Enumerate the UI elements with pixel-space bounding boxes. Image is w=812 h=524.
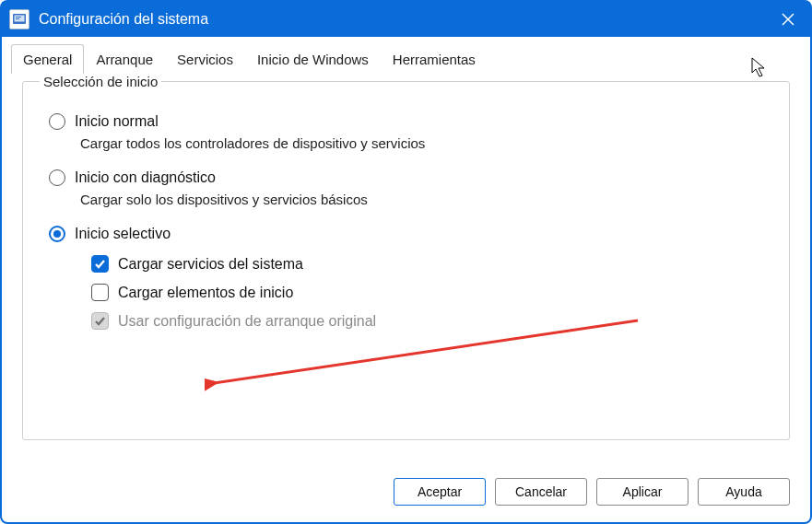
radio-diagnostic-label: Inicio con diagnóstico bbox=[75, 169, 216, 186]
apply-button[interactable]: Aplicar bbox=[596, 478, 688, 506]
help-button[interactable]: Ayuda bbox=[698, 478, 790, 506]
check-use-original bbox=[91, 312, 109, 330]
svg-rect-3 bbox=[16, 18, 19, 19]
checkmark-icon bbox=[94, 258, 106, 270]
option-selective: Inicio selectivo Cargar servicios del si… bbox=[49, 226, 772, 330]
svg-rect-2 bbox=[16, 17, 21, 17]
titlebar: Configuración del sistema bbox=[2, 2, 810, 37]
tab-general[interactable]: General bbox=[11, 44, 84, 74]
radio-diagnostic[interactable] bbox=[49, 169, 65, 186]
checkmark-icon bbox=[94, 315, 106, 327]
close-icon bbox=[782, 13, 794, 26]
tab-strip: General Arranque Servicios Inicio de Win… bbox=[2, 39, 810, 74]
cancel-button[interactable]: Cancelar bbox=[495, 478, 587, 506]
window-title: Configuración del sistema bbox=[39, 11, 766, 28]
ok-button[interactable]: Aceptar bbox=[394, 478, 486, 506]
check-load-services[interactable] bbox=[91, 255, 109, 273]
radio-normal[interactable] bbox=[49, 113, 65, 130]
tab-servicios[interactable]: Servicios bbox=[165, 44, 245, 74]
app-icon bbox=[9, 9, 29, 29]
tab-inicio-windows[interactable]: Inicio de Windows bbox=[245, 44, 381, 74]
tab-content: Selección de inicio Inicio normal Cargar… bbox=[2, 74, 810, 467]
radio-normal-desc: Cargar todos los controladores de dispos… bbox=[80, 135, 772, 151]
radio-normal-label: Inicio normal bbox=[75, 113, 159, 130]
msconfig-window: Configuración del sistema General Arranq… bbox=[0, 0, 812, 524]
check-load-startup-label: Cargar elementos de inicio bbox=[118, 285, 293, 301]
close-button[interactable] bbox=[766, 2, 810, 37]
tab-arranque[interactable]: Arranque bbox=[84, 44, 165, 74]
startup-selection-group: Selección de inicio Inicio normal Cargar… bbox=[22, 74, 790, 440]
dialog-buttons: Aceptar Cancelar Aplicar Ayuda bbox=[2, 467, 810, 522]
option-normal: Inicio normal Cargar todos los controlad… bbox=[49, 113, 772, 151]
check-use-original-label: Usar configuración de arranque original bbox=[118, 313, 376, 330]
selective-checks: Cargar servicios del sistema Cargar elem… bbox=[91, 255, 772, 330]
radio-selective[interactable] bbox=[49, 226, 65, 242]
option-diagnostic: Inicio con diagnóstico Cargar solo los d… bbox=[49, 169, 772, 207]
radio-diagnostic-desc: Cargar solo los dispositivos y servicios… bbox=[80, 192, 772, 207]
check-load-startup[interactable] bbox=[91, 284, 109, 301]
tab-herramientas[interactable]: Herramientas bbox=[381, 44, 488, 74]
radio-selective-label: Inicio selectivo bbox=[75, 226, 171, 242]
check-load-services-label: Cargar servicios del sistema bbox=[118, 256, 303, 273]
group-legend: Selección de inicio bbox=[40, 74, 161, 89]
